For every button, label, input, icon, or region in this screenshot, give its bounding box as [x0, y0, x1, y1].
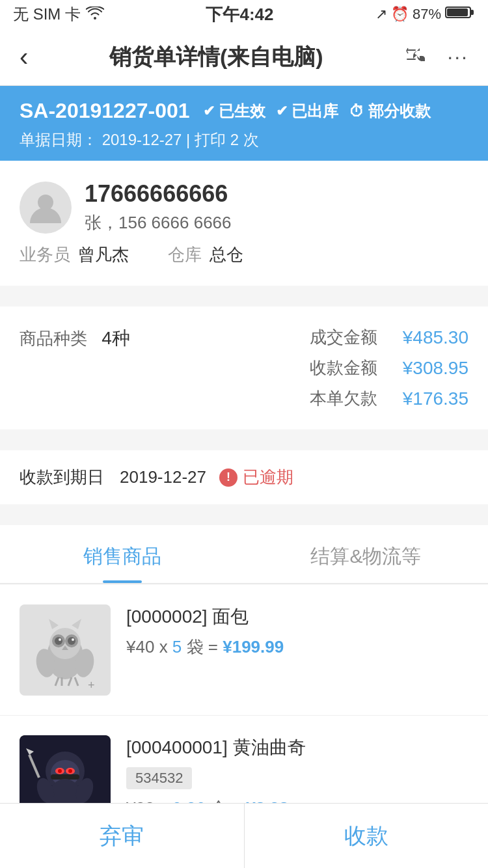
salesperson-value: 曾凡杰: [78, 243, 129, 266]
customer-main-row: 17666666666 张，156 6666 6666: [20, 180, 468, 234]
svg-point-11: [55, 637, 62, 645]
tab-settlement[interactable]: 结算&物流等: [244, 525, 488, 583]
svg-point-14: [72, 638, 74, 641]
product-image-1: +: [20, 604, 111, 696]
location-icon: ↗: [375, 6, 387, 23]
product-name-2: [000400001] 黄油曲奇: [126, 735, 468, 760]
receipt-amount-row: 收款金额 ¥308.95: [310, 357, 468, 379]
svg-point-31: [68, 769, 72, 773]
due-date-label: 收款到期日: [20, 466, 104, 489]
battery-text: 87%: [413, 6, 441, 23]
carrier-text: 无 SIM 卡: [13, 4, 81, 25]
tabs-section: 销售商品 结算&物流等: [0, 525, 488, 584]
reject-review-button[interactable]: 弃审: [0, 804, 245, 868]
trade-amount-row: 成交金额 ¥485.30: [310, 326, 468, 349]
divider-2: [0, 440, 488, 450]
product-tag-2: 534532: [126, 767, 192, 789]
check-icon-1: ✔: [203, 103, 215, 120]
warehouse-value: 总仓: [210, 243, 243, 266]
type-count-val: 4种: [102, 328, 130, 348]
page-title: 销货单详情(来自电脑): [109, 42, 323, 72]
badge-partial: ⏱ 部分收款: [349, 101, 431, 122]
svg-rect-3: [407, 49, 416, 51]
trade-value: ¥485.30: [390, 327, 468, 348]
product-price-row-1: ¥40 x 5 袋 = ¥199.99: [126, 636, 468, 658]
avatar: [20, 182, 72, 234]
status-bar: 无 SIM 卡 下午4:42 ↗ ⏰ 87%: [0, 0, 488, 29]
back-button[interactable]: ‹: [20, 42, 28, 72]
salesperson-item: 业务员 曾凡杰: [20, 243, 129, 266]
svg-rect-2: [447, 8, 468, 16]
summary-section: 商品种类 4种 成交金额 ¥485.30 收款金额 ¥308.95 本单欠款 ¥…: [0, 306, 488, 429]
receipt-value: ¥308.95: [390, 358, 468, 379]
status-bar-right: ↗ ⏰ 87%: [375, 5, 475, 23]
overdue-text: 已逾期: [243, 466, 293, 489]
product-info-1: [0000002] 面包 ¥40 x 5 袋 = ¥199.99: [126, 604, 468, 658]
divider-3: [0, 515, 488, 525]
svg-text:+: +: [88, 679, 95, 692]
reject-review-label: 弃审: [100, 821, 144, 851]
amount-summary: 成交金额 ¥485.30 收款金额 ¥308.95 本单欠款 ¥176.35: [310, 326, 468, 410]
collect-payment-label: 收款: [344, 821, 388, 851]
badge-effective-label: 已生效: [219, 101, 265, 122]
order-id-row: SA-20191227-001 ✔ 已生效 ✔ 已出库 ⏱ 部分收款: [20, 99, 468, 123]
check-icon-2: ✔: [276, 103, 288, 120]
badge-shipped: ✔ 已出库: [276, 101, 338, 122]
customer-info: 17666666666 张，156 6666 6666: [85, 180, 232, 234]
debt-value: ¥176.35: [390, 388, 468, 409]
svg-point-30: [58, 769, 62, 773]
product-multiply-1: x: [159, 637, 172, 657]
alarm-icon: ⏰: [391, 6, 409, 23]
meta-separator: |: [186, 131, 195, 148]
order-id-text: SA-20191227-001: [20, 99, 190, 123]
product-code-2: [000400001]: [126, 737, 228, 757]
salesperson-label: 业务员: [20, 243, 70, 266]
svg-point-13: [59, 638, 61, 641]
due-date-section: 收款到期日 2019-12-27 ! 已逾期: [0, 450, 488, 504]
status-bar-left: 无 SIM 卡: [13, 4, 104, 25]
product-item-1: + [0000002] 面包 ¥40 x 5 袋 = ¥199.99: [0, 585, 488, 716]
order-banner: SA-20191227-001 ✔ 已生效 ✔ 已出库 ⏱ 部分收款 单据日期：…: [0, 86, 488, 161]
customer-detail-row: 业务员 曾凡杰 仓库 总仓: [20, 243, 468, 266]
debt-label: 本单欠款: [310, 387, 377, 410]
meta-date-value: 2019-12-27: [102, 131, 182, 148]
clock-icon: ⏱: [349, 102, 364, 120]
tab-sales-label: 销售商品: [83, 545, 161, 567]
svg-rect-4: [407, 59, 416, 60]
more-icon[interactable]: ···: [447, 45, 468, 69]
customer-contact: 张，156 6666 6666: [85, 211, 232, 234]
badge-shipped-label: 已出库: [291, 101, 338, 122]
bottom-actions: 弃审 收款: [0, 803, 488, 868]
type-count: [92, 328, 97, 348]
product-unit-1: 袋: [187, 637, 204, 657]
product-type-info: 商品种类 4种: [20, 326, 130, 351]
product-code-1: [0000002]: [126, 606, 208, 627]
tab-sales-products[interactable]: 销售商品: [0, 525, 244, 583]
product-unit-price-1: ¥40: [126, 637, 154, 657]
receipt-label: 收款金额: [310, 357, 377, 379]
customer-section: 17666666666 张，156 6666 6666 业务员 曾凡杰 仓库 总…: [0, 161, 488, 286]
trade-label: 成交金额: [310, 326, 377, 349]
product-title-2: 黄油曲奇: [233, 737, 306, 757]
overdue-badge: ! 已逾期: [219, 466, 293, 489]
badge-partial-label: 部分收款: [368, 101, 431, 122]
collect-payment-button[interactable]: 收款: [245, 804, 489, 868]
wifi-icon: [86, 5, 104, 23]
customer-id: 17666666666: [85, 180, 232, 208]
due-date-value: 2019-12-27: [120, 467, 206, 487]
warehouse-item: 仓库 总仓: [168, 243, 243, 266]
order-badges: ✔ 已生效 ✔ 已出库 ⏱ 部分收款: [203, 101, 431, 122]
badge-effective: ✔ 已生效: [203, 101, 265, 122]
svg-rect-1: [470, 10, 474, 15]
product-total-1: ¥199.99: [223, 637, 284, 657]
nav-bar: ‹ 销货单详情(来自电脑) ···: [0, 29, 488, 86]
share-icon[interactable]: [404, 43, 427, 71]
product-title-1: 面包: [212, 606, 249, 627]
status-bar-time: 下午4:42: [206, 3, 273, 26]
meta-date-label: 单据日期：: [20, 131, 98, 148]
svg-point-12: [68, 637, 75, 645]
overdue-dot-icon: !: [219, 468, 237, 487]
battery-icon: [445, 5, 475, 23]
debt-amount-row: 本单欠款 ¥176.35: [310, 387, 468, 410]
meta-print-count: 打印 2 次: [195, 131, 259, 148]
